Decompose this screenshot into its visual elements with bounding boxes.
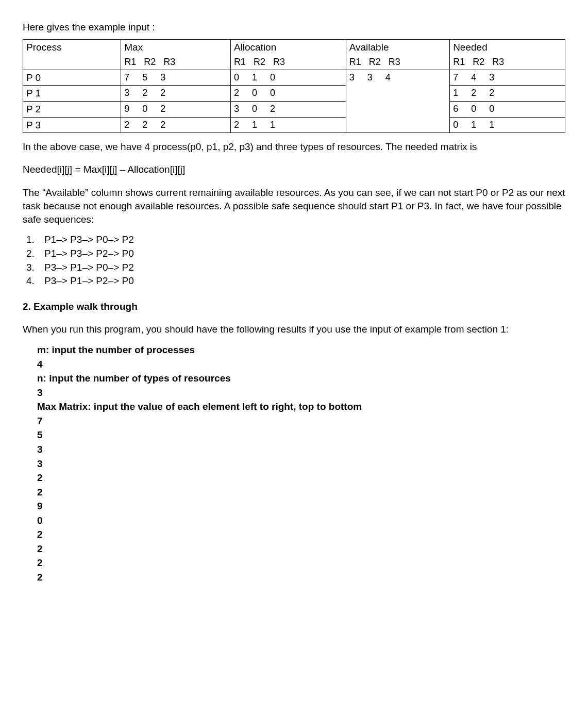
formula: Needed[i][j] = Max[i][j] – Allocation[i]… [23, 163, 565, 176]
walk-line: 2 [37, 556, 565, 570]
subheader-avail: R1 R2 R3 [346, 55, 449, 70]
cell-need: 7 4 3 [450, 70, 565, 86]
table-row: P 3 2 2 2 2 1 1 0 1 1 [23, 117, 565, 133]
walk-line: 3 [37, 457, 565, 471]
walk-line: m: input the number of processes [37, 343, 565, 357]
cell-avail [346, 86, 449, 102]
table-row: P 1 3 2 2 2 0 0 1 2 2 [23, 86, 565, 102]
cell-alloc: 2 1 1 [230, 117, 346, 133]
paragraph-2: The “Available” column shows current rem… [23, 186, 565, 226]
intro-text: Here gives the example input : [23, 21, 565, 34]
table-header-row: Process Max Allocation Available Needed [23, 39, 565, 55]
cell-alloc: 3 0 2 [230, 101, 346, 117]
cell-need: 1 2 2 [450, 86, 565, 102]
list-item: P3–> P1–> P2–> P0 [37, 274, 565, 288]
list-item: P1–> P3–> P0–> P2 [37, 233, 565, 246]
walk-line: 3 [37, 442, 565, 457]
cell-alloc: 0 1 0 [230, 70, 346, 86]
cell-alloc: 2 0 0 [230, 86, 346, 102]
walk-line: 7 [37, 414, 565, 428]
header-max: Max [121, 39, 231, 55]
subheader-alloc: R1 R2 R3 [230, 55, 346, 70]
list-item: P1–> P3–> P2–> P0 [37, 247, 565, 260]
walk-line: Max Matrix: input the value of each elem… [37, 400, 565, 414]
section-heading: 2. Example walk through [23, 300, 565, 313]
walk-line: 9 [37, 499, 565, 513]
walk-line: 0 [37, 513, 565, 528]
walk-line: 2 [37, 570, 565, 585]
paragraph-3: When you run this program, you should ha… [23, 323, 565, 336]
cell-max: 9 0 2 [121, 101, 231, 117]
list-item: P3–> P1–> P0–> P2 [37, 261, 565, 274]
walk-line: 5 [37, 428, 565, 442]
paragraph-1: In the above case, we have 4 process(p0,… [23, 140, 565, 154]
header-alloc: Allocation [230, 39, 346, 55]
cell-process: P 3 [23, 117, 121, 133]
subheader-max: R1 R2 R3 [121, 55, 231, 70]
cell-avail [346, 101, 449, 117]
header-avail: Available [346, 39, 449, 55]
header-need: Needed [450, 39, 565, 55]
walk-line: 3 [37, 386, 565, 400]
cell-max: 3 2 2 [121, 86, 231, 102]
cell-max: 2 2 2 [121, 117, 231, 133]
walk-line: 2 [37, 471, 565, 485]
subheader-need: R1 R2 R3 [450, 55, 565, 70]
walk-line: 4 [37, 357, 565, 372]
table-row: P 0 7 5 3 0 1 0 3 3 4 7 4 3 [23, 70, 565, 86]
walkthrough-block: m: input the number of processes 4 n: in… [37, 343, 565, 584]
cell-avail: 3 3 4 [346, 70, 449, 86]
walk-line: 2 [37, 527, 565, 542]
cell-max: 7 5 3 [121, 70, 231, 86]
cell-need: 0 1 1 [450, 117, 565, 133]
cell-process: P 2 [23, 101, 121, 117]
walk-line: n: input the number of types of resource… [37, 371, 565, 386]
cell-avail [346, 117, 449, 133]
header-process: Process [23, 39, 121, 70]
cell-process: P 1 [23, 86, 121, 102]
banker-table: Process Max Allocation Available Needed … [23, 39, 565, 134]
cell-need: 6 0 0 [450, 101, 565, 117]
safe-sequence-list: P1–> P3–> P0–> P2 P1–> P3–> P2–> P0 P3–>… [23, 233, 565, 288]
table-row: P 2 9 0 2 3 0 2 6 0 0 [23, 101, 565, 117]
walk-line: 2 [37, 542, 565, 556]
cell-process: P 0 [23, 70, 121, 86]
walk-line: 2 [37, 485, 565, 500]
